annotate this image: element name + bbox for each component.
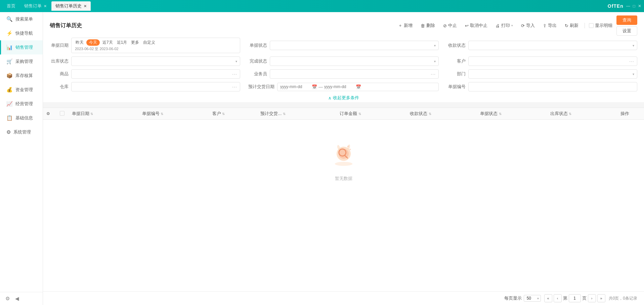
refresh-button[interactable]: ↻ 刷新 — [563, 21, 581, 30]
date-tab-yesterday[interactable]: 昨天 — [74, 39, 85, 46]
th-date-sort-icon[interactable]: ⇅ — [90, 112, 93, 116]
complete-status-label: 完成状态 — [248, 58, 267, 64]
date-tab-custom[interactable]: 自定义 — [142, 39, 157, 46]
warehouse-status-control[interactable]: ▾ — [71, 56, 240, 66]
export-button[interactable]: ⇪ 导出 — [541, 21, 559, 30]
search-button[interactable]: 查询 — [616, 15, 637, 25]
sidebar-item-purchase-mgmt[interactable]: 🛒 采购管理 — [0, 54, 43, 69]
tab-sales-order-close[interactable]: ✕ — [44, 4, 47, 8]
print-button[interactable]: 🖨 打印 ▾ — [493, 21, 515, 30]
sidebar-item-sales-mgmt[interactable]: 📊 销售管理 — [0, 40, 43, 54]
last-page-button[interactable]: » — [597, 294, 605, 302]
date-tab-last1m[interactable]: 近1月 — [116, 39, 129, 46]
delete-button[interactable]: 🗑 删除 — [419, 21, 437, 30]
filter-payment-status: 收款状态 ▾ — [447, 41, 637, 50]
tab-sales-order-history-close[interactable]: ✕ — [84, 4, 87, 8]
export-icon: ⇪ — [543, 23, 547, 28]
th-customer-sort-icon[interactable]: ⇅ — [222, 112, 225, 116]
prev-page-button[interactable]: ‹ — [554, 294, 562, 302]
sidebar-item-operations[interactable]: 📈 经营管理 — [0, 97, 43, 111]
filter-warehouse-status: 出库状态 ▾ — [50, 56, 240, 66]
page-size-dropdown[interactable]: 50 20 100 — [524, 295, 541, 302]
order-status-label: 单据状态 — [248, 42, 267, 48]
complete-status-control[interactable]: ▾ — [270, 56, 439, 66]
th-customer-label: 客户 — [212, 111, 221, 116]
page-size-wrapper[interactable]: 50 20 100 — [524, 295, 541, 302]
salesperson-control[interactable]: ··· — [270, 69, 439, 79]
delete-label: 删除 — [426, 23, 435, 29]
th-check[interactable] — [56, 108, 69, 120]
import-button[interactable]: ⟳ 导入 — [519, 21, 537, 30]
department-control[interactable]: ▾ — [468, 69, 637, 79]
new-icon: ＋ — [398, 23, 402, 29]
tab-sales-order-history[interactable]: 销售订单历史 ✕ — [51, 1, 91, 11]
collapse-label: 收起更多条件 — [333, 95, 359, 101]
sidebar-item-operations-label: 经营管理 — [15, 101, 33, 107]
close-btn[interactable]: ✕ — [638, 4, 641, 8]
print-icon: 🖨 — [496, 23, 500, 28]
delivery-date-end-calendar-icon[interactable]: 📅 — [356, 84, 361, 89]
delivery-date-range: 📅 — 📅 — [277, 83, 439, 91]
th-customer: 客户 ⇅ — [209, 108, 257, 120]
delivery-date-start-calendar-icon[interactable]: 📅 — [312, 84, 317, 89]
print-arrow-icon: ▾ — [511, 24, 513, 27]
date-tab-more[interactable]: 更多 — [130, 39, 140, 46]
top-bar: 首页 销售订单 ✕ 销售订单历史 ✕ OfTEn — □ ✕ — [0, 0, 644, 12]
date-tab-today[interactable]: 今天 — [86, 39, 100, 46]
sidebar-item-finance[interactable]: 💰 资金管理 — [0, 83, 43, 97]
th-order-status-sort-icon[interactable]: ⇅ — [499, 112, 502, 116]
sidebar-item-quick-nav-label: 快捷导航 — [15, 30, 33, 36]
sys-mgmt-icon: ⚙ — [6, 129, 11, 135]
cancel-suspend-button[interactable]: ↩ 取消中止 — [463, 21, 489, 30]
new-button[interactable]: ＋ 新增 — [396, 21, 415, 30]
sidebar-item-sys-mgmt[interactable]: ⚙ 系统管理 — [0, 125, 43, 139]
display-dense-checkbox[interactable] — [589, 23, 594, 28]
th-payment-status-label: 收款状态 — [410, 111, 427, 116]
th-delivery-sort-icon[interactable]: ⇅ — [283, 112, 286, 116]
next-page-button[interactable]: › — [588, 294, 596, 302]
delivery-date-start[interactable] — [280, 84, 310, 89]
sidebar-collapse-icon[interactable]: ◀ — [15, 296, 19, 302]
cancel-suspend-icon: ↩ — [465, 23, 469, 28]
tab-home[interactable]: 首页 — [3, 1, 19, 11]
first-page-button[interactable]: « — [544, 294, 552, 302]
minimize-btn[interactable]: — — [626, 4, 630, 8]
th-no: 单据编号 ⇅ — [139, 108, 209, 120]
filter-row-4: 仓库 ··· 预计交货日期 📅 — 📅 — [50, 82, 637, 91]
th-payment-status-sort-icon[interactable]: ⇅ — [429, 112, 431, 116]
sidebar-item-inventory[interactable]: 📦 库存核算 — [0, 69, 43, 83]
th-amount-sort-icon[interactable]: ⇅ — [358, 112, 361, 116]
th-no-sort-icon[interactable]: ⇅ — [161, 112, 163, 116]
display-dense-toggle[interactable]: 显示明细 — [589, 23, 612, 29]
warehouse-control[interactable]: ··· — [71, 82, 240, 91]
sidebar-item-search-menu[interactable]: 🔍 搜索菜单 — [0, 12, 43, 26]
customer-control[interactable]: ··· — [468, 56, 637, 66]
date-control[interactable]: 昨天 今天 近7天 近1月 更多 自定义 2023-06-02 至 2023-0… — [71, 38, 240, 53]
date-tab-last7[interactable]: 近7天 — [101, 39, 114, 46]
date-label: 单据日期 — [50, 42, 69, 48]
page-input[interactable] — [569, 294, 581, 302]
th-warehouse-status-sort-icon[interactable]: ⇅ — [569, 112, 571, 116]
suspend-button[interactable]: ⊘ 中止 — [441, 21, 459, 30]
setting-button[interactable]: 设置 — [616, 26, 637, 36]
order-status-control[interactable]: ▾ — [270, 41, 439, 50]
tab-sales-order[interactable]: 销售订单 ✕ — [20, 1, 51, 11]
payment-status-control[interactable]: ▾ — [468, 41, 637, 50]
product-control[interactable]: ··· — [71, 69, 240, 79]
page-label: 第 — [563, 295, 567, 301]
sidebar-item-quick-nav[interactable]: ⚡ 快捷导航 — [0, 26, 43, 40]
sidebar-settings-icon[interactable]: ⚙ — [5, 296, 10, 302]
th-gear[interactable]: ⚙ — [43, 108, 56, 120]
header-checkbox[interactable] — [60, 111, 65, 116]
th-date-label: 单据日期 — [72, 111, 89, 116]
date-range: 2023-06-02 至 2023-06-02 — [74, 46, 237, 51]
collapse-row[interactable]: ∧ 收起更多条件 — [50, 93, 637, 102]
order-status-arrow-icon: ▾ — [434, 44, 436, 47]
maximize-btn[interactable]: □ — [633, 4, 635, 8]
delivery-date-end[interactable] — [324, 84, 354, 89]
sidebar-item-base-info[interactable]: 📋 基础信息 — [0, 111, 43, 125]
salesperson-label: 业务员 — [248, 71, 267, 77]
order-no-control[interactable] — [468, 82, 637, 91]
product-label: 商品 — [50, 71, 69, 77]
salesperson-dots-icon: ··· — [431, 71, 436, 77]
